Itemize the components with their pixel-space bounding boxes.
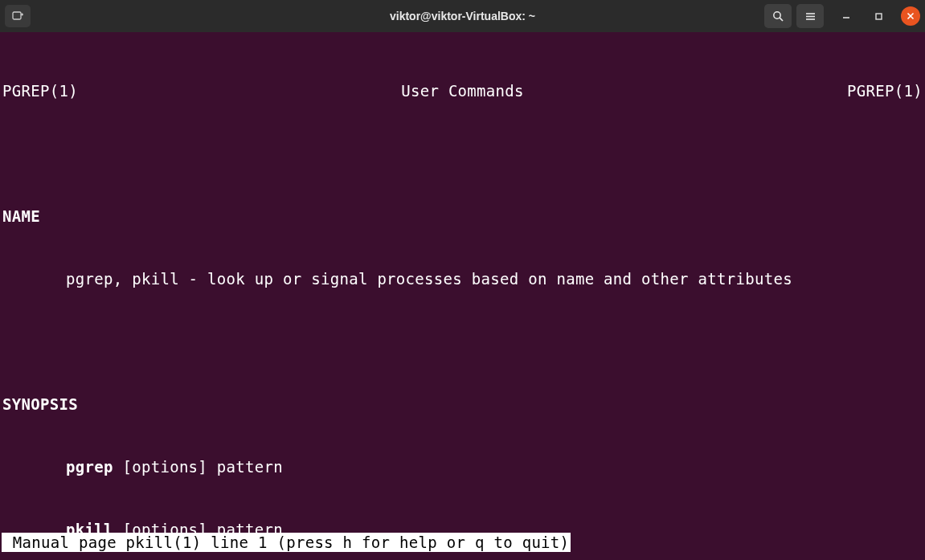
svg-rect-0 bbox=[13, 12, 21, 19]
man-header-right: PGREP(1) bbox=[847, 80, 923, 101]
window-close-button[interactable] bbox=[901, 6, 920, 26]
window-minimize-button[interactable] bbox=[837, 6, 856, 26]
menu-button[interactable] bbox=[796, 4, 824, 28]
pager-status-bar: Manual page pkill(1) line 1 (press h for… bbox=[2, 533, 571, 552]
search-button[interactable] bbox=[764, 4, 792, 28]
minimize-icon bbox=[841, 11, 851, 21]
man-header-line: PGREP(1) User Commands PGREP(1) bbox=[0, 80, 925, 101]
synopsis-pgrep: pgrep [options] pattern bbox=[0, 456, 925, 477]
close-icon bbox=[907, 12, 915, 20]
manpage-content: PGREP(1) User Commands PGREP(1) NAME pgr… bbox=[0, 32, 925, 560]
window-title: viktor@viktor-VirtualBox: ~ bbox=[390, 10, 535, 22]
name-line: pgrep, pkill - look up or signal process… bbox=[0, 268, 925, 289]
svg-line-4 bbox=[780, 18, 783, 21]
terminal-viewport[interactable]: PGREP(1) User Commands PGREP(1) NAME pgr… bbox=[0, 32, 925, 560]
section-heading-synopsis: SYNOPSIS bbox=[0, 394, 925, 415]
svg-point-3 bbox=[773, 11, 780, 18]
man-header-left: PGREP(1) bbox=[2, 80, 78, 101]
syn-args-pgrep: [options] pattern bbox=[113, 458, 283, 476]
window-titlebar: viktor@viktor-VirtualBox: ~ bbox=[0, 0, 925, 32]
new-tab-icon bbox=[11, 10, 24, 22]
titlebar-left bbox=[5, 5, 31, 27]
svg-rect-9 bbox=[876, 14, 882, 19]
section-heading-name: NAME bbox=[0, 206, 925, 227]
man-header-center: User Commands bbox=[401, 80, 524, 101]
search-icon bbox=[772, 10, 784, 22]
new-tab-button[interactable] bbox=[5, 5, 31, 27]
maximize-icon bbox=[874, 12, 883, 21]
titlebar-right bbox=[764, 4, 920, 28]
hamburger-icon bbox=[804, 10, 817, 22]
window-maximize-button[interactable] bbox=[869, 6, 888, 26]
syn-cmd-pgrep: pgrep bbox=[66, 458, 113, 476]
